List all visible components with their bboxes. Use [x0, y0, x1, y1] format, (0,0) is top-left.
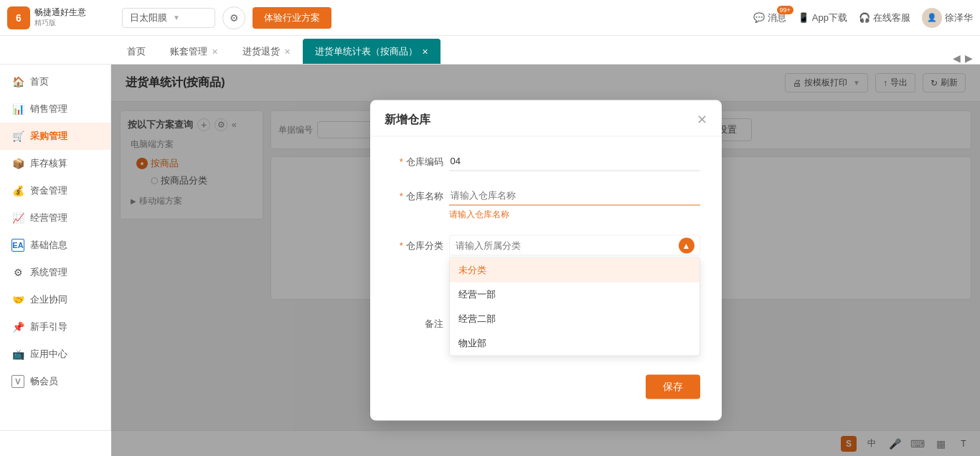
- sidebar-item-guide[interactable]: 📌 新手引导: [0, 313, 110, 341]
- message-badge: 99+: [777, 6, 793, 14]
- sidebar-item-finance[interactable]: 💰 资金管理: [0, 177, 110, 204]
- sidebar-operations-label: 经营管理: [30, 212, 67, 224]
- tab-bar: 首页 账套管理 ✕ 进货退货 ✕ 进货单统计表（按商品） ✕ ◀ ▶: [0, 36, 980, 65]
- tab-home[interactable]: 首页: [115, 39, 158, 64]
- sidebar-item-purchase[interactable]: 🛒 采购管理: [0, 123, 110, 150]
- classify-arrow-icon[interactable]: ▲: [679, 237, 694, 253]
- dialog-title: 新增仓库: [385, 112, 430, 127]
- new-warehouse-dialog: 新增仓库 ✕ 仓库编码 仓库名称 请输入仓库名称: [370, 100, 722, 421]
- main-layout: 🏠 首页 📊 销售管理 🛒 采购管理 📦 库存核算 💰 资金管理 📈 经营管理 …: [0, 65, 980, 456]
- dropdown-item-op3[interactable]: 物业部: [450, 331, 699, 356]
- sidebar-item-sales[interactable]: 📊 销售管理: [0, 95, 110, 123]
- name-input[interactable]: [449, 186, 700, 206]
- dropdown-item-op2[interactable]: 经营二部: [450, 307, 699, 331]
- logo-icon: 6: [7, 6, 30, 29]
- sidebar: 🏠 首页 📊 销售管理 🛒 采购管理 📦 库存核算 💰 资金管理 📈 经营管理 …: [0, 65, 111, 456]
- name-field-wrap: 请输入仓库名称: [449, 186, 700, 221]
- tab-account[interactable]: 账套管理 ✕: [158, 39, 230, 64]
- form-row-classify: 仓库分类 ▲ 未分类 经营一部 经营二部 物业部: [392, 235, 700, 256]
- tab-prev-icon[interactable]: ◀: [953, 52, 961, 64]
- classify-field-wrap: ▲ 未分类 经营一部 经营二部 物业部: [449, 235, 700, 256]
- name-label: 仓库名称: [392, 186, 449, 203]
- dialog-close-icon[interactable]: ✕: [697, 112, 707, 128]
- app-download-nav-item[interactable]: 📱 App下载: [798, 11, 847, 24]
- content-wrapper: 进货单统计(按商品) 🖨 按模板打印 ▼ ↑ 导出 ↻ 刷新: [111, 65, 980, 456]
- app-center-icon: 📺: [11, 348, 24, 361]
- online-service-nav-item[interactable]: 🎧 在线客服: [859, 11, 910, 24]
- app-download-label: App下载: [812, 11, 847, 24]
- tab-purchase-stat-label: 进货单统计表（按商品）: [315, 45, 418, 58]
- sidebar-item-app-center[interactable]: 📺 应用中心: [0, 341, 110, 368]
- save-button[interactable]: 保存: [646, 375, 700, 399]
- basic-info-icon: EA: [11, 239, 24, 252]
- name-error-msg: 请输入仓库名称: [449, 209, 700, 221]
- dropdown-item-unclassified[interactable]: 未分类: [450, 258, 699, 282]
- user-nav-item[interactable]: 👤 徐泽华: [922, 8, 973, 28]
- tab-controls: ◀ ▶: [946, 52, 980, 64]
- sidebar-inventory-label: 库存核算: [30, 157, 67, 170]
- sidebar-collab-label: 企业协同: [30, 293, 67, 306]
- finance-icon: 💰: [11, 184, 24, 197]
- tab-account-close-icon[interactable]: ✕: [212, 47, 218, 57]
- message-nav-item[interactable]: 💬 消息 99+: [753, 11, 786, 24]
- trial-button[interactable]: 体验行业方案: [253, 7, 331, 29]
- collab-icon: 🤝: [11, 293, 24, 306]
- sidebar-basic-info-label: 基础信息: [30, 239, 67, 252]
- sales-icon: 📊: [11, 103, 24, 115]
- form-row-code: 仓库编码: [392, 151, 700, 171]
- app-name: 畅捷通好生意: [34, 7, 86, 19]
- sidebar-item-vip[interactable]: V 畅会员: [0, 368, 110, 395]
- sidebar-item-home[interactable]: 🏠 首页: [0, 68, 110, 95]
- sidebar-item-basic-info[interactable]: EA 基础信息: [0, 232, 110, 259]
- inventory-icon: 📦: [11, 157, 24, 170]
- classify-dropdown: 未分类 经营一部 经营二部 物业部: [449, 257, 700, 356]
- remark-label: 备注: [392, 313, 449, 331]
- tab-next-icon[interactable]: ▶: [965, 52, 973, 64]
- sidebar-item-inventory[interactable]: 📦 库存核算: [0, 150, 110, 177]
- user-name: 徐泽华: [945, 11, 973, 24]
- phone-icon: 📱: [798, 12, 809, 23]
- sidebar-vip-label: 畅会员: [30, 375, 58, 388]
- tab-home-label: 首页: [127, 45, 146, 58]
- code-field-wrap: [449, 151, 700, 171]
- sidebar-finance-label: 资金管理: [30, 184, 67, 197]
- tab-purchase-return[interactable]: 进货退货 ✕: [230, 39, 303, 64]
- sidebar-app-center-label: 应用中心: [30, 348, 67, 361]
- purchase-icon: 🛒: [11, 130, 24, 143]
- dropdown-item-op1[interactable]: 经营一部: [450, 282, 699, 307]
- sidebar-item-collab[interactable]: 🤝 企业协同: [0, 286, 110, 313]
- store-selector[interactable]: 日太阳膜 ▼: [122, 8, 215, 28]
- guide-icon: 📌: [11, 320, 24, 333]
- nav-right: 💬 消息 99+ 📱 App下载 🎧 在线客服 👤 徐泽华: [753, 8, 973, 28]
- tab-purchase-return-close-icon[interactable]: ✕: [284, 47, 291, 57]
- store-arrow-icon: ▼: [173, 14, 180, 22]
- classify-wrap: ▲: [449, 235, 700, 256]
- headset-icon: 🎧: [859, 12, 870, 23]
- tab-account-label: 账套管理: [170, 45, 207, 58]
- sidebar-item-operations[interactable]: 📈 经营管理: [0, 204, 110, 232]
- top-nav: 6 畅捷通好生意 精巧版 日太阳膜 ▼ ⚙ 体验行业方案 💬 消息 99+ 📱 …: [0, 0, 980, 36]
- dialog-body: 仓库编码 仓库名称 请输入仓库名称 仓库分类: [370, 137, 722, 375]
- online-service-label: 在线客服: [873, 11, 910, 24]
- code-label: 仓库编码: [392, 151, 449, 168]
- store-name: 日太阳膜: [130, 11, 167, 24]
- app-sub: 精巧版: [34, 18, 86, 28]
- system-icon: ⚙: [11, 266, 24, 279]
- sidebar-home-label: 首页: [30, 75, 49, 88]
- tab-purchase-stat[interactable]: 进货单统计表（按商品） ✕: [303, 39, 440, 64]
- sidebar-purchase-label: 采购管理: [30, 130, 67, 143]
- operations-icon: 📈: [11, 212, 24, 224]
- tab-purchase-return-label: 进货退货: [242, 45, 280, 58]
- tab-purchase-stat-close-icon[interactable]: ✕: [422, 47, 428, 57]
- sidebar-system-label: 系统管理: [30, 266, 67, 279]
- dialog-footer: 保存: [370, 375, 722, 399]
- classify-label: 仓库分类: [392, 235, 449, 252]
- sidebar-item-system[interactable]: ⚙ 系统管理: [0, 259, 110, 286]
- form-row-name: 仓库名称 请输入仓库名称: [392, 186, 700, 221]
- vip-icon: V: [11, 375, 24, 388]
- sidebar-guide-label: 新手引导: [30, 320, 67, 333]
- classify-input[interactable]: [449, 235, 700, 256]
- settings-icon[interactable]: ⚙: [222, 6, 245, 29]
- code-input[interactable]: [449, 151, 700, 171]
- message-icon: 💬: [753, 12, 765, 23]
